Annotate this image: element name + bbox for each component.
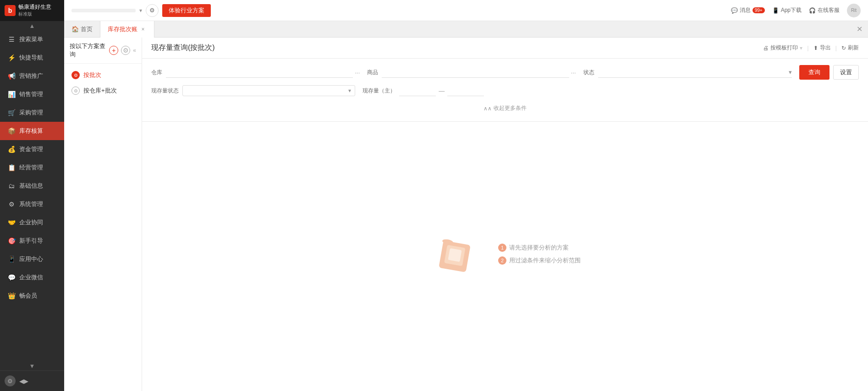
toggle-icon: ◀▶	[19, 378, 28, 385]
refresh-label: 刷新	[848, 44, 859, 52]
sidebar-scroll-up[interactable]: ▲	[0, 21, 64, 30]
sidebar-item-basics[interactable]: 🗂 基础信息	[0, 177, 64, 195]
hint-num-1: 1	[498, 244, 506, 252]
main-area: ▾ ⚙ 体验行业方案 💬 消息 99+ 📱 App下载 🎧 在线客服 Rit	[64, 0, 868, 391]
enterprise-icon: 🤝	[7, 218, 16, 227]
filter-settings-btn[interactable]: 设置	[833, 65, 859, 80]
sidebar-item-quick-nav[interactable]: ⚡ 快捷导航	[0, 49, 64, 67]
export-label: 导出	[820, 44, 831, 52]
plus-icon: +	[112, 47, 115, 54]
status-arrow: ▾	[789, 69, 792, 76]
sidebar-item-operations[interactable]: 📋 经营管理	[0, 158, 64, 177]
tab-close-btn[interactable]: ×	[139, 26, 147, 33]
sidebar-item-membership[interactable]: 👑 畅会员	[0, 287, 64, 305]
stock-status-select[interactable]: ▾	[182, 85, 355, 96]
filter-buttons: 查询 设置	[799, 65, 859, 80]
stock-qty-dash: —	[439, 87, 445, 94]
sidebar-item-purchase[interactable]: 🛒 采购管理	[0, 103, 64, 122]
product-input[interactable]	[382, 67, 569, 78]
scheme-label: 按仓库+批次	[83, 87, 117, 95]
app-download-btn[interactable]: 📱 App下载	[772, 6, 802, 14]
sidebar-item-label: 企业微信	[19, 273, 43, 282]
sidebar-item-label: 搜索菜单	[19, 35, 43, 43]
hint-num-2: 2	[498, 256, 506, 265]
filter-area: 仓库 ··· 商品 ··· 状态 ▾	[142, 59, 868, 122]
topbar-dropdown[interactable]: ▾	[139, 7, 142, 14]
app-name: 畅康通好生意	[18, 4, 51, 11]
home-icon: 🏠	[71, 26, 79, 33]
dropdown-icon: ▾	[139, 7, 142, 14]
export-btn[interactable]: ⬆ 导出	[813, 44, 831, 52]
topbar-search-area[interactable]	[71, 9, 136, 12]
sidebar-toggle-btn[interactable]: ◀▶	[19, 378, 28, 385]
sidebar-item-inventory[interactable]: 📦 库存核算	[0, 122, 64, 140]
scheme-settings-btn[interactable]: ⚙	[121, 46, 130, 55]
page-actions: 🖨 按模板打印 ▾ | ⬆ 导出 | ↻ 刷新	[763, 44, 859, 52]
tab-inventory-batch-label: 库存批次账	[108, 25, 137, 33]
sidebar-item-enterprise[interactable]: 🤝 企业协同	[0, 213, 64, 232]
svg-rect-2	[448, 248, 461, 262]
collapse-up-icon: ∧∧	[483, 105, 492, 112]
export-icon: ⬆	[813, 45, 818, 51]
sidebar-settings-btn[interactable]: ⚙	[5, 375, 16, 386]
sidebar-item-wechat[interactable]: 💬 企业微信	[0, 268, 64, 287]
wechat-icon: 💬	[7, 273, 16, 282]
page-title: 现存量查询(按批次)	[151, 43, 215, 53]
sidebar-item-label: 销售管理	[19, 90, 43, 98]
topbar: ▾ ⚙ 体验行业方案 💬 消息 99+ 📱 App下载 🎧 在线客服 Rit	[64, 0, 868, 21]
user-avatar[interactable]: Rit	[847, 4, 861, 17]
divider-2: |	[835, 44, 837, 51]
close-all-tabs-btn[interactable]: ✕	[857, 25, 863, 33]
search-menu-icon: ☰	[7, 35, 16, 43]
marketing-icon: 📢	[7, 72, 16, 80]
scheme-item-by-warehouse-batch[interactable]: ⚙ 按仓库+批次	[64, 83, 142, 98]
status-select[interactable]: ▾	[598, 67, 792, 78]
stock-qty-field: 现存量（主） —	[363, 86, 566, 96]
tab-inventory-batch[interactable]: 库存批次账 ×	[100, 21, 154, 38]
mobile-icon: 📱	[772, 7, 779, 14]
sidebar-scroll-down[interactable]: ▼	[0, 361, 64, 370]
refresh-btn[interactable]: ↻ 刷新	[841, 44, 859, 52]
warehouse-input[interactable]	[166, 67, 353, 78]
messages-btn[interactable]: 💬 消息 99+	[731, 6, 765, 14]
experience-btn[interactable]: 体验行业方案	[162, 4, 211, 17]
stock-qty-range: —	[399, 86, 484, 96]
avatar-text: Rit	[851, 8, 857, 13]
scheme-item-by-batch[interactable]: ⚙ 按批次	[64, 67, 142, 83]
sidebar-item-new-guide[interactable]: 🎯 新手引导	[0, 232, 64, 250]
warehouse-dots[interactable]: ···	[355, 69, 360, 76]
divider-1: |	[807, 44, 808, 51]
query-btn[interactable]: 查询	[799, 65, 830, 80]
product-dots[interactable]: ···	[571, 69, 576, 76]
add-scheme-btn[interactable]: +	[109, 46, 118, 55]
sidebar-item-marketing[interactable]: 📢 营销推广	[0, 67, 64, 85]
sidebar-item-label: 基础信息	[19, 182, 43, 190]
empty-state-icon	[429, 229, 484, 284]
content-area: 按以下方案查询 + ⚙ « ⚙ 按批次	[64, 38, 868, 391]
stock-qty-max[interactable]	[447, 86, 484, 96]
inventory-icon: 📦	[7, 127, 16, 135]
app-center-icon: 📱	[7, 255, 16, 263]
chevron-up-icon: ▲	[29, 22, 35, 29]
sidebar-item-search-menu[interactable]: ☰ 搜索菜单	[0, 30, 64, 49]
sidebar-item-label: 库存核算	[19, 127, 43, 135]
online-service-btn[interactable]: 🎧 在线客服	[809, 6, 840, 14]
tab-home[interactable]: 🏠 首页	[64, 21, 100, 38]
message-icon: 💬	[731, 7, 738, 14]
filter-row-1: 仓库 ··· 商品 ··· 状态 ▾	[151, 65, 859, 80]
sidebar-item-system[interactable]: ⚙ 系统管理	[0, 195, 64, 213]
topbar-gear-button[interactable]: ⚙	[146, 4, 159, 17]
sidebar-item-finance[interactable]: 💰 资金管理	[0, 140, 64, 158]
sidebar-item-app-center[interactable]: 📱 应用中心	[0, 250, 64, 268]
sidebar-item-label: 经营管理	[19, 163, 43, 172]
collapse-row[interactable]: ∧∧ 收起更多条件	[151, 102, 859, 115]
sidebar-item-label: 畅会员	[19, 292, 37, 300]
left-panel-collapse-btn[interactable]: «	[133, 47, 136, 54]
print-btn[interactable]: 🖨 按模板打印 ▾	[763, 44, 802, 52]
sidebar-logo: b	[5, 5, 16, 16]
messages-badge: 99+	[753, 7, 765, 13]
sidebar-item-sales[interactable]: 📊 销售管理	[0, 85, 64, 103]
stock-qty-min[interactable]	[399, 86, 436, 96]
stock-status-label: 现存量状态	[151, 87, 179, 95]
topbar-right: 💬 消息 99+ 📱 App下载 🎧 在线客服 Rit	[731, 4, 861, 17]
